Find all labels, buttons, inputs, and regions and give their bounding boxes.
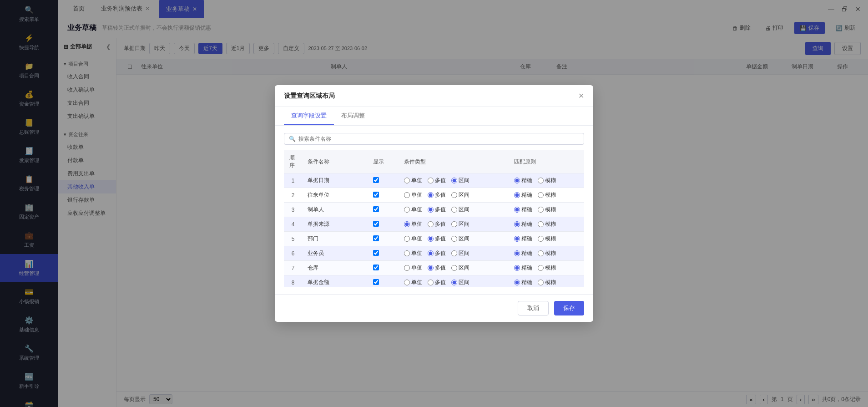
modal-close-btn[interactable]: ✕ [578, 92, 584, 100]
row-matchrule-1: 精确模糊 [509, 188, 585, 203]
modal-search-input[interactable] [298, 136, 579, 142]
row-display-3[interactable] [368, 217, 399, 232]
modal-tab-layout[interactable]: 布局调整 [334, 107, 372, 125]
modal-tab-layout-label: 布局调整 [341, 112, 365, 119]
modal-search-bar: 🔍 [284, 133, 584, 145]
modal: 设置查询区域布局 ✕ 查询字段设置 布局调整 🔍 顺序 条件 [275, 85, 593, 322]
row-condtype-7: 单值多值区间 [399, 275, 508, 287]
row-name-4: 部门 [302, 232, 368, 246]
table-row: 7 [284, 261, 302, 275]
modal-overlay[interactable]: 设置查询区域布局 ✕ 查询字段设置 布局调整 🔍 顺序 条件 [0, 0, 868, 407]
row-matchrule-6: 精确模糊 [509, 261, 585, 275]
row-matchrule-3: 精确模糊 [509, 217, 585, 232]
row-name-2: 制单人 [302, 203, 368, 217]
row-name-1: 往来单位 [302, 188, 368, 203]
row-display-2[interactable] [368, 203, 399, 217]
table-row: 4 [284, 217, 302, 232]
save-button[interactable]: 保存 [554, 301, 584, 315]
row-name-6: 仓库 [302, 261, 368, 275]
table-row: 5 [284, 232, 302, 246]
th-condtype: 条件类型 [399, 150, 508, 173]
table-row: 8 [284, 275, 302, 287]
row-matchrule-0: 精确模糊 [509, 173, 585, 188]
row-display-4[interactable] [368, 232, 399, 246]
modal-title: 设置查询区域布局 [284, 92, 335, 100]
row-name-0: 单据日期 [302, 173, 368, 188]
row-condtype-3: 单值多值区间 [399, 217, 508, 232]
row-name-3: 单据来源 [302, 217, 368, 232]
row-condtype-0: 单值多值区间 [399, 173, 508, 188]
row-condtype-4: 单值多值区间 [399, 232, 508, 246]
row-matchrule-7: 精确模糊 [509, 275, 585, 287]
row-display-5[interactable] [368, 246, 399, 261]
row-display-0[interactable] [368, 173, 399, 188]
row-condtype-6: 单值多值区间 [399, 261, 508, 275]
row-name-5: 业务员 [302, 246, 368, 261]
modal-tab-query[interactable]: 查询字段设置 [284, 107, 334, 125]
row-display-1[interactable] [368, 188, 399, 203]
th-name: 条件名称 [302, 150, 368, 173]
table-row: 6 [284, 246, 302, 261]
cancel-button[interactable]: 取消 [518, 301, 549, 315]
row-condtype-2: 单值多值区间 [399, 203, 508, 217]
th-matchrule: 匹配原则 [509, 150, 585, 173]
row-name-7: 单据金额 [302, 275, 368, 287]
th-display: 显示 [368, 150, 399, 173]
modal-tab-query-label: 查询字段设置 [291, 112, 327, 119]
modal-body: 🔍 顺序 条件名称 显示 条件类型 匹配原则 1单据日期 [275, 126, 593, 294]
modal-search-icon: 🔍 [289, 136, 296, 142]
row-matchrule-4: 精确模糊 [509, 232, 585, 246]
modal-table-scroll: 顺序 条件名称 显示 条件类型 匹配原则 1单据日期单值多值区间精确模糊2往来单… [284, 150, 584, 287]
row-display-7[interactable] [368, 275, 399, 287]
table-row: 3 [284, 203, 302, 217]
row-matchrule-2: 精确模糊 [509, 203, 585, 217]
modal-tabs: 查询字段设置 布局调整 [275, 107, 593, 126]
modal-header: 设置查询区域布局 ✕ [275, 85, 593, 107]
row-condtype-5: 单值多值区间 [399, 246, 508, 261]
table-row: 2 [284, 188, 302, 203]
row-condtype-1: 单值多值区间 [399, 188, 508, 203]
modal-footer: 取消 保存 [275, 294, 593, 322]
table-row: 1 [284, 173, 302, 188]
th-order: 顺序 [284, 150, 302, 173]
config-table: 顺序 条件名称 显示 条件类型 匹配原则 1单据日期单值多值区间精确模糊2往来单… [284, 150, 584, 287]
row-display-6[interactable] [368, 261, 399, 275]
row-matchrule-5: 精确模糊 [509, 246, 585, 261]
